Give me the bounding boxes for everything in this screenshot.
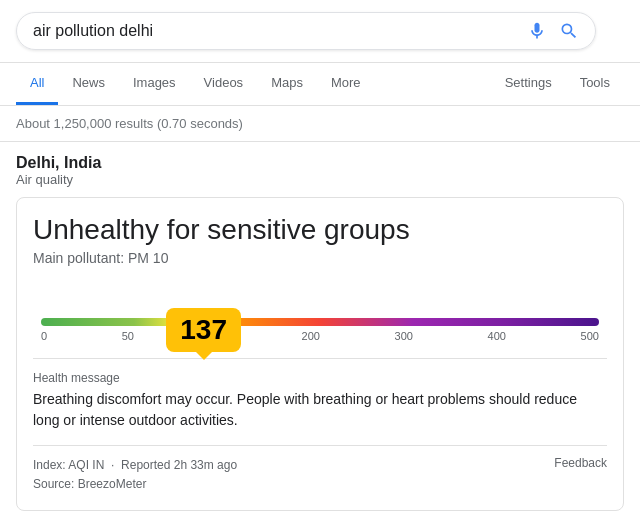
health-text: Breathing discomfort may occur. People w… <box>33 389 607 431</box>
aqi-bar <box>41 318 599 326</box>
scale-400: 400 <box>488 330 506 342</box>
health-message-section: Health message Breathing discomfort may … <box>33 358 607 431</box>
aqi-pollutant: Main pollutant: PM 10 <box>33 250 607 266</box>
aqi-source: Source: BreezoMeter <box>33 475 237 494</box>
tab-settings[interactable]: Settings <box>491 63 566 105</box>
aqi-index: Index: AQI IN · Reported 2h 33m ago <box>33 456 237 475</box>
mic-icon[interactable] <box>527 21 547 41</box>
tab-all[interactable]: All <box>16 63 58 105</box>
tab-tools[interactable]: Tools <box>566 63 624 105</box>
aqi-card: Unhealthy for sensitive groups Main poll… <box>16 197 624 511</box>
aqi-meta: Index: AQI IN · Reported 2h 33m ago Sour… <box>33 456 237 494</box>
nav-right: Settings Tools <box>491 63 624 105</box>
search-input[interactable] <box>33 22 519 40</box>
health-label: Health message <box>33 371 607 385</box>
results-count: About 1,250,000 results (0.70 seconds) <box>0 106 640 142</box>
scale-50: 50 <box>122 330 134 342</box>
pollutant-label: Main pollutant: <box>33 250 124 266</box>
aqi-scale-labels: 0 50 100 200 300 400 500 <box>41 330 599 342</box>
search-icons <box>527 21 579 41</box>
search-bar <box>0 0 640 63</box>
tab-news[interactable]: News <box>58 63 119 105</box>
feedback-link[interactable]: Feedback <box>554 456 607 470</box>
aqi-value-bubble: 137 <box>166 308 241 352</box>
aqi-status: Unhealthy for sensitive groups <box>33 214 607 246</box>
tab-more[interactable]: More <box>317 63 375 105</box>
location-sublabel: Air quality <box>16 172 624 187</box>
location-name: Delhi, India <box>16 154 624 172</box>
tab-videos[interactable]: Videos <box>190 63 258 105</box>
tab-maps[interactable]: Maps <box>257 63 317 105</box>
nav-left: All News Images Videos Maps More <box>16 63 491 105</box>
aqi-footer: Index: AQI IN · Reported 2h 33m ago Sour… <box>33 445 607 494</box>
nav-tabs: All News Images Videos Maps More Setting… <box>0 63 640 106</box>
scale-200: 200 <box>302 330 320 342</box>
aqi-gauge-container: 137 0 50 100 200 300 400 500 <box>33 318 607 342</box>
content: Delhi, India Air quality Unhealthy for s… <box>0 142 640 521</box>
scale-0: 0 <box>41 330 47 342</box>
pollutant-value: PM 10 <box>128 250 168 266</box>
search-input-wrapper <box>16 12 596 50</box>
scale-300: 300 <box>395 330 413 342</box>
tab-images[interactable]: Images <box>119 63 190 105</box>
scale-500: 500 <box>581 330 599 342</box>
search-icon[interactable] <box>559 21 579 41</box>
location-header: Delhi, India Air quality <box>16 154 624 187</box>
